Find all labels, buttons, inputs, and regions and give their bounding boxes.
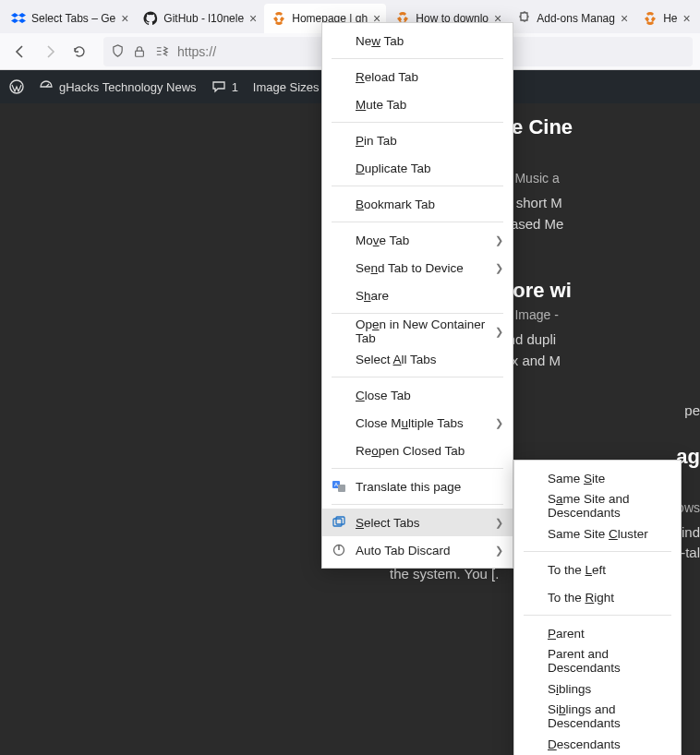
menu-item-label: Reload Tab [356,70,418,84]
menu-item[interactable]: Select Tabs❯ [322,509,513,536]
menu-item[interactable]: Close Multiple Tabs❯ [322,409,513,437]
site-name[interactable]: gHacks Technology News [39,79,197,94]
submenu-arrow-icon: ❯ [495,262,503,274]
menu-item-label: Parent and Descendants [548,647,670,675]
menu-item-label: Open in New Container Tab [356,318,501,345]
svg-text:A: A [334,482,338,487]
menu-item[interactable]: Same Site Cluster [514,520,681,547]
menu-item-label: Auto Tab Discard [356,544,451,557]
tabs-icon [332,515,346,530]
svg-rect-0 [136,51,144,56]
menu-item[interactable]: Auto Tab Discard❯ [322,536,513,564]
wp-admin-button[interactable] [9,79,24,94]
menu-item[interactable]: To the Right [514,583,681,611]
menu-item[interactable]: ATranslate this page [322,473,513,500]
tab-context-menu: New TabReload TabMute TabPin TabDuplicat… [321,22,513,569]
menu-item[interactable]: Pin Tab [322,126,513,154]
comments-count: 1 [232,80,238,94]
reload-button[interactable] [66,39,92,65]
ghacks-icon [643,11,658,26]
menu-item[interactable]: Parent [514,619,681,647]
menu-item-label: Translate this page [356,480,461,494]
svg-rect-6 [336,517,344,524]
menu-item-label: Parent [548,627,585,641]
tab-label: Select Tabs – Ge [31,12,115,25]
menu-item-label: Siblings [548,682,591,696]
puzzle-icon [516,11,531,26]
menu-item-label: Select Tabs [356,516,420,530]
menu-item-label: To the Right [548,591,614,605]
tab-label: GitHub - l10nele [163,12,244,25]
browser-tab[interactable]: GitHub - l10nele × [136,4,262,33]
menu-item-label: Siblings and Descendants [548,702,670,730]
menu-item[interactable]: Reopen Closed Tab [322,437,513,464]
permissions-icon [155,44,170,58]
svg-rect-5 [333,519,342,526]
github-icon [143,11,158,26]
menu-item-label: Mute Tab [356,98,406,112]
tab-close-button[interactable]: × [121,12,128,25]
power-icon [332,543,346,557]
menu-item[interactable]: Reload Tab [322,63,513,90]
menu-item-label: Reopen Closed Tab [356,444,465,458]
menu-item-label: Close Multiple Tabs [356,416,464,430]
image-sizes-link[interactable]: Image Sizes [253,80,320,94]
menu-item[interactable]: Close Tab [322,381,513,409]
menu-item-label: To the Left [548,563,606,577]
menu-item-label: Same Site and Descendants [548,492,670,520]
browser-tab[interactable]: He × [635,4,696,33]
translate-icon: A [332,479,346,494]
tab-label: He [663,12,677,25]
menu-item-label: Send Tab to Device [356,261,464,275]
menu-item[interactable]: Mute Tab [322,90,513,118]
tab-label: Add-ons Manag [537,12,615,25]
menu-item[interactable]: Share [322,282,513,309]
menu-item[interactable]: Siblings and Descendants [514,702,681,730]
menu-item[interactable]: Same Site and Descendants [514,492,681,520]
menu-item-label: Move Tab [356,234,409,247]
menu-item[interactable]: Move Tab❯ [322,226,513,254]
submenu-arrow-icon: ❯ [495,545,503,557]
menu-item[interactable]: Send Tab to Device❯ [322,254,513,282]
menu-item[interactable]: To the Left [514,556,681,583]
menu-item[interactable]: Descendants [514,730,681,755]
select-tabs-submenu: Same SiteSame Site and DescendantsSame S… [513,460,682,755]
tab-close-button[interactable]: × [621,12,628,25]
menu-item-label: Share [356,289,389,303]
menu-item[interactable]: Select All Tabs [322,345,513,373]
menu-item-label: Pin Tab [356,134,397,148]
menu-item[interactable]: Siblings [514,675,681,702]
menu-item-label: Same Site [548,472,605,485]
menu-item[interactable]: Same Site [514,464,681,492]
menu-item-label: New Tab [356,34,404,48]
wordpress-icon [9,79,24,94]
submenu-arrow-icon: ❯ [495,326,503,338]
menu-item-label: Same Site Cluster [548,527,648,541]
submenu-arrow-icon: ❯ [495,234,503,246]
forward-button[interactable] [37,39,63,65]
menu-item[interactable]: Open in New Container Tab❯ [322,318,513,345]
menu-item-label: Descendants [548,737,621,751]
menu-item[interactable]: Bookmark Tab [322,190,513,218]
browser-tab[interactable]: Select Tabs – Ge × [4,4,134,33]
dropbox-icon [11,11,26,26]
menu-item-label: Close Tab [356,389,411,402]
browser-tab[interactable]: Add-ons Manag × [509,4,634,33]
submenu-arrow-icon: ❯ [495,517,503,529]
back-button[interactable] [7,39,33,65]
comment-icon [211,79,226,94]
shield-icon [111,44,126,58]
menu-item[interactable]: Parent and Descendants [514,647,681,675]
svg-rect-3 [338,485,345,492]
comments-button[interactable]: 1 [211,79,238,94]
dashboard-icon [39,79,54,94]
tab-close-button[interactable]: × [249,12,257,25]
menu-item-label: Duplicate Tab [356,162,431,175]
menu-item[interactable]: Duplicate Tab [322,154,513,182]
menu-item-label: Select All Tabs [356,353,437,366]
menu-item[interactable]: New Tab [322,27,513,54]
site-name-label: gHacks Technology News [59,80,197,94]
ghacks-icon [272,11,286,26]
tab-close-button[interactable]: × [682,12,690,25]
lock-icon [133,45,148,58]
